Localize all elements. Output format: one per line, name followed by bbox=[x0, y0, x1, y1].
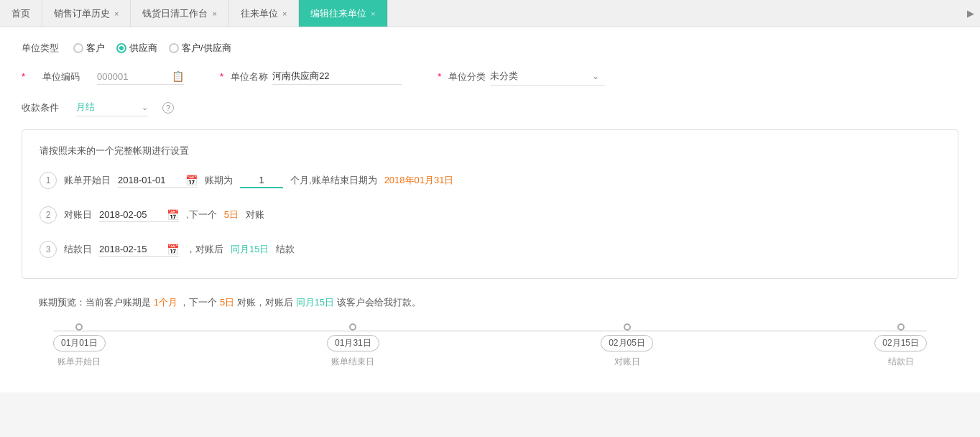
section-title: 请按照未来的一个完整帐期进行设置 bbox=[40, 144, 940, 157]
unit-category-arrow: ⌄ bbox=[592, 71, 599, 81]
row-2-date-wrap: 📅 bbox=[99, 208, 179, 222]
timeline-node-2: 01月31日 账单结束日 bbox=[327, 323, 379, 368]
row-2-date-input[interactable] bbox=[99, 208, 164, 221]
unit-info-row: * 单位编码 📋 * 单位名称 * 单位分类 未分类 ⌄ bbox=[22, 68, 958, 86]
main-content: 单位类型 客户 供应商 客户/供应商 * 单位编码 📋 * 单位名称 bbox=[0, 27, 980, 392]
radio-supplier-circle bbox=[116, 43, 126, 53]
preview-suffix: 该客户会给我打款。 bbox=[337, 297, 421, 308]
row-3-suffix-highlight: 同月15日 bbox=[231, 243, 269, 256]
tab-edit-contacts-label: 编辑往来单位 bbox=[310, 7, 366, 20]
timeline-node-3: 02月05日 对账日 bbox=[601, 323, 653, 368]
payment-terms-dropdown[interactable]: 月结 ⌄ bbox=[76, 98, 148, 116]
unit-category-select[interactable]: 未分类 ⌄ bbox=[490, 68, 605, 86]
row-3-label: 结款日 bbox=[64, 243, 92, 256]
tab-contacts-close[interactable]: × bbox=[282, 9, 287, 18]
tab-contacts[interactable]: 往来单位 × bbox=[229, 0, 299, 27]
unit-name-input[interactable] bbox=[272, 69, 402, 85]
unit-name-label: 单位名称 bbox=[231, 70, 268, 83]
row-1-date-wrap: 📅 bbox=[118, 173, 198, 188]
payment-terms-row: 收款条件 月结 ⌄ ? bbox=[22, 98, 958, 116]
tab-cashbook-close[interactable]: × bbox=[212, 9, 216, 18]
node-2-dot bbox=[349, 323, 356, 331]
row-1-period-end: 2018年01月31日 bbox=[384, 174, 454, 187]
preview-text: 账期预览：当前客户账期是 1个月 ，下一个 5日 对账，对账后 同月15日 该客… bbox=[39, 296, 941, 309]
row-1-cal-icon[interactable]: 📅 bbox=[185, 175, 198, 186]
setting-row-2: 2 对账日 📅 ,下一个 5日 对账 bbox=[40, 206, 940, 224]
payment-terms-arrow: ⌄ bbox=[142, 103, 148, 112]
row-num-3: 3 bbox=[40, 241, 57, 258]
payment-terms-label: 收款条件 bbox=[22, 101, 59, 114]
setting-row-3: 3 结款日 📅 ，对账后 同月15日 结款 bbox=[40, 241, 940, 258]
tab-home[interactable]: 首页 bbox=[0, 0, 42, 27]
row-3-suffix-before: ，对账后 bbox=[186, 243, 223, 256]
row-3-suffix-after: 结款 bbox=[276, 243, 295, 256]
tab-cashbook[interactable]: 钱货日清工作台 × bbox=[131, 0, 228, 27]
tab-edit-contacts-close[interactable]: × bbox=[371, 9, 375, 18]
settings-section: 请按照未来的一个完整帐期进行设置 1 账单开始日 📅 账期为 个月,账单结束日期… bbox=[22, 129, 958, 279]
tab-contacts-label: 往来单位 bbox=[241, 7, 278, 20]
node-4-desc: 结款日 bbox=[888, 356, 914, 368]
unit-category-value: 未分类 bbox=[490, 70, 518, 83]
timeline-nodes: 01月01日 账单开始日 01月31日 账单结束日 02月05日 对账日 02月… bbox=[53, 323, 927, 368]
radio-supplier[interactable]: 供应商 bbox=[116, 42, 157, 55]
row-2-suffix-after: 对账 bbox=[246, 208, 264, 221]
radio-customer-circle bbox=[73, 43, 83, 53]
radio-customer[interactable]: 客户 bbox=[73, 42, 105, 55]
tab-more-arrow[interactable]: ▶ bbox=[961, 0, 980, 27]
payment-terms-help[interactable]: ? bbox=[162, 102, 174, 114]
node-4-dot bbox=[897, 323, 905, 331]
timeline-node-1: 01月01日 账单开始日 bbox=[53, 323, 106, 368]
unit-code-input[interactable] bbox=[97, 69, 169, 84]
tab-bar: 首页 销售订单历史 × 钱货日清工作台 × 往来单位 × 编辑往来单位 × ▶ bbox=[0, 0, 980, 27]
node-3-label: 02月05日 bbox=[601, 335, 653, 351]
preview-middle2: 对账，对账后 bbox=[237, 297, 293, 308]
row-2-label: 对账日 bbox=[64, 208, 92, 221]
tab-edit-contacts[interactable]: 编辑往来单位 × bbox=[299, 0, 387, 27]
node-2-label: 01月31日 bbox=[327, 335, 379, 351]
node-3-dot bbox=[624, 323, 631, 331]
row-2-cal-icon[interactable]: 📅 bbox=[167, 209, 179, 221]
row-1-date-input[interactable] bbox=[118, 173, 182, 187]
row-1-period-input[interactable] bbox=[240, 173, 283, 188]
preview-highlight2: 5日 bbox=[220, 297, 234, 308]
node-1-label: 01月01日 bbox=[53, 335, 106, 351]
unit-category-label: 单位分类 bbox=[448, 70, 486, 83]
unit-type-radio-group: 客户 供应商 客户/供应商 bbox=[73, 42, 231, 55]
radio-supplier-label: 供应商 bbox=[129, 42, 157, 55]
tab-home-label: 首页 bbox=[11, 7, 30, 20]
unit-code-icon[interactable]: 📋 bbox=[172, 70, 184, 82]
row-3-date-wrap: 📅 bbox=[99, 242, 179, 257]
unit-code-field: 📋 bbox=[97, 69, 184, 85]
unit-category-required: * bbox=[438, 71, 441, 82]
preview-middle1: ，下一个 bbox=[180, 297, 217, 308]
timeline: 01月01日 账单开始日 01月31日 账单结束日 02月05日 对账日 02月… bbox=[39, 323, 941, 368]
row-1-period-label: 账期为 bbox=[205, 174, 233, 187]
row-3-cal-icon[interactable]: 📅 bbox=[167, 244, 179, 255]
timeline-node-4: 02月15日 结款日 bbox=[874, 323, 927, 368]
unit-name-required: * bbox=[220, 71, 223, 82]
radio-both-label: 客户/供应商 bbox=[182, 42, 231, 55]
node-3-desc: 对账日 bbox=[614, 356, 640, 368]
preview-prefix: 账期预览：当前客户账期是 bbox=[39, 297, 151, 308]
row-1-label: 账单开始日 bbox=[64, 174, 111, 187]
row-2-suffix-before: ,下一个 bbox=[186, 208, 217, 221]
payment-terms-value: 月结 bbox=[76, 101, 139, 114]
node-2-desc: 账单结束日 bbox=[331, 356, 374, 368]
tab-sales-order-label: 销售订单历史 bbox=[54, 7, 110, 20]
preview-section: 账期预览：当前客户账期是 1个月 ，下一个 5日 对账，对账后 同月15日 该客… bbox=[22, 286, 958, 378]
radio-customer-label: 客户 bbox=[86, 42, 105, 55]
unit-code-label: 单位编码 bbox=[42, 70, 80, 83]
row-1-period-unit: 个月,账单结束日期为 bbox=[290, 174, 377, 187]
row-num-2: 2 bbox=[40, 206, 57, 224]
radio-both[interactable]: 客户/供应商 bbox=[169, 42, 231, 55]
tab-sales-order[interactable]: 销售订单历史 × bbox=[42, 0, 131, 27]
row-2-suffix-highlight: 5日 bbox=[224, 208, 239, 221]
node-4-label: 02月15日 bbox=[874, 335, 927, 351]
row-3-date-input[interactable] bbox=[99, 242, 164, 256]
radio-both-circle bbox=[169, 43, 179, 53]
tab-sales-order-close[interactable]: × bbox=[114, 9, 119, 18]
unit-type-row: 单位类型 客户 供应商 客户/供应商 bbox=[22, 42, 958, 55]
tab-cashbook-label: 钱货日清工作台 bbox=[142, 7, 208, 20]
unit-code-required: * bbox=[22, 71, 25, 82]
setting-row-1: 1 账单开始日 📅 账期为 个月,账单结束日期为 2018年01月31日 bbox=[40, 172, 940, 189]
